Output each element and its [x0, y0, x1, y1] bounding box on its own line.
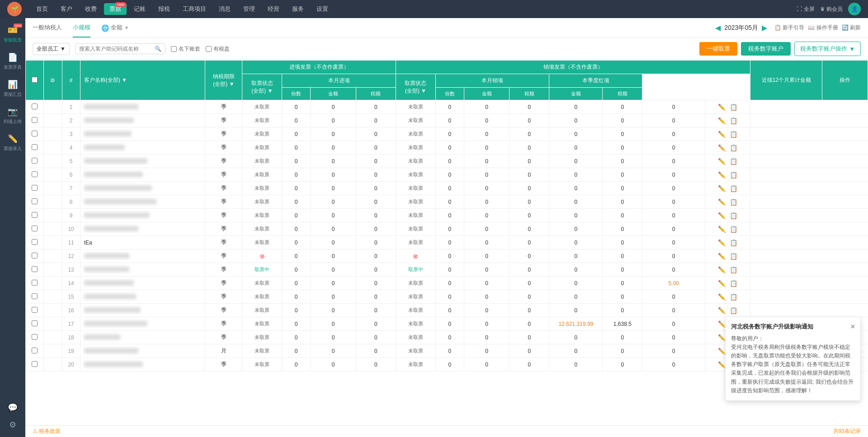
nav-invoice[interactable]: 票据new — [104, 3, 127, 15]
row-checkbox[interactable] — [32, 117, 38, 123]
sidebar-bottom-icon1[interactable]: 💬 — [8, 403, 18, 413]
row-edit-btn[interactable]: ✏️ — [717, 171, 727, 179]
row-copy-btn[interactable]: 📋 — [728, 212, 739, 219]
one-click-ticket-btn[interactable]: 一键取票 — [699, 42, 737, 56]
user-avatar[interactable]: 👤 — [848, 3, 861, 15]
th-period[interactable]: 纳税期限(全部) ▼ — [205, 61, 242, 100]
vip-btn[interactable]: ♛ 购会员 — [820, 5, 843, 13]
row-copy-btn[interactable]: 📋 — [728, 117, 739, 124]
nav-manage[interactable]: 管理 — [238, 3, 260, 15]
tab-omnibus[interactable]: 全能 — [111, 23, 123, 33]
row-checkbox[interactable] — [32, 266, 38, 272]
row-edit-btn[interactable]: ✏️ — [717, 307, 727, 314]
nav-accounting[interactable]: 记账 — [128, 3, 151, 15]
row-edit-btn[interactable]: ✏️ — [717, 198, 727, 206]
row-checkbox[interactable] — [32, 280, 38, 286]
nav-message[interactable]: 消息 — [213, 3, 236, 15]
guide-btn[interactable]: 📋 新手引导 — [774, 24, 804, 32]
nav-business[interactable]: 工商项目 — [177, 3, 212, 15]
search-input[interactable] — [79, 46, 153, 52]
nav-billing[interactable]: 收费 — [80, 3, 102, 15]
row-checkbox[interactable] — [32, 293, 38, 299]
tax-digital-ops-btn[interactable]: 税务数字账户操作 ▼ — [794, 42, 861, 56]
nav-settings[interactable]: 设置 — [311, 3, 334, 15]
row-checkbox[interactable] — [32, 334, 38, 340]
nav-tax[interactable]: 报税 — [153, 3, 175, 15]
row-edit-btn[interactable]: ✏️ — [717, 212, 727, 219]
manual-btn[interactable]: 📖 操作手册 — [808, 24, 838, 32]
row-edit-btn[interactable]: ✏️ — [717, 185, 727, 192]
sidebar-item-summary[interactable]: 📊 票据汇总 — [1, 76, 24, 101]
row-copy-btn[interactable]: 📋 — [728, 131, 739, 138]
row-checkbox[interactable] — [32, 348, 38, 353]
chevron-down-icon[interactable]: ▼ — [124, 25, 129, 30]
sidebar-item-issue[interactable]: 📄 发票开具 — [1, 49, 24, 74]
notification-close-btn[interactable]: × — [851, 323, 855, 331]
row-checkbox[interactable] — [32, 361, 38, 367]
row-checkbox[interactable] — [32, 212, 38, 218]
row-copy-btn[interactable]: 📋 — [728, 307, 739, 314]
row-copy-btn[interactable]: 📋 — [728, 239, 739, 246]
row-checkbox[interactable] — [32, 253, 38, 258]
nav-home[interactable]: 首页 — [31, 3, 53, 15]
checkbox-has-taxpad-input[interactable] — [206, 46, 212, 52]
row-edit-btn[interactable]: ✏️ — [717, 293, 727, 301]
nav-operation[interactable]: 经营 — [262, 3, 285, 15]
row-copy-btn[interactable]: 📋 — [728, 103, 739, 111]
row-edit-btn[interactable]: ✏️ — [717, 266, 727, 273]
checkbox-my-accounts[interactable]: 名下账套 — [171, 45, 200, 53]
nav-customer[interactable]: 客户 — [55, 3, 78, 15]
row-checkbox[interactable] — [32, 198, 38, 204]
row-edit-btn[interactable]: ✏️ — [717, 131, 727, 138]
row-checkbox[interactable] — [32, 158, 38, 164]
select-all-checkbox[interactable] — [32, 77, 38, 83]
th-sales-status[interactable]: 取票状态(全部) ▼ — [396, 74, 435, 100]
tab-small-scale[interactable]: 小规模 — [73, 18, 90, 38]
refresh-btn[interactable]: 🔄 刷新 — [842, 24, 861, 32]
row-checkbox[interactable] — [32, 103, 38, 109]
tax-digital-account-btn[interactable]: 税务数字账户 — [741, 42, 791, 56]
row-copy-btn[interactable]: 📋 — [728, 293, 739, 301]
employee-select[interactable]: 全部员工 ▼ — [33, 43, 70, 55]
sidebar-item-entry[interactable]: ✏️ 票据录入 — [1, 130, 24, 155]
row-checkbox[interactable] — [32, 320, 38, 326]
search-icon[interactable]: 🔍 — [155, 46, 161, 52]
checkbox-has-taxpad[interactable]: 有税盘 — [206, 45, 230, 53]
sidebar-item-scan[interactable]: 📷 扫描上传 — [1, 103, 24, 128]
row-copy-btn[interactable]: 📋 — [728, 198, 739, 206]
row-checkbox[interactable] — [32, 185, 38, 191]
row-checkbox[interactable] — [32, 226, 38, 231]
fullscreen-btn[interactable]: ⛶ 全屏 — [797, 5, 814, 13]
row-copy-btn[interactable]: 📋 — [728, 158, 739, 165]
row-copy-btn[interactable]: 📋 — [728, 185, 739, 192]
row-edit-btn[interactable]: ✏️ — [717, 226, 727, 233]
row-copy-btn[interactable]: 📋 — [728, 226, 739, 233]
row-copy-btn[interactable]: 📋 — [728, 144, 739, 151]
nav-service[interactable]: 服务 — [287, 3, 309, 15]
date-next-btn[interactable]: ▶ — [762, 23, 767, 32]
row-copy-btn[interactable]: 📋 — [728, 280, 739, 287]
checkbox-my-accounts-input[interactable] — [171, 46, 177, 52]
sidebar-bottom-icon2[interactable]: ⚙ — [9, 420, 16, 430]
row-checkbox[interactable] — [32, 131, 38, 136]
date-prev-btn[interactable]: ◀ — [715, 23, 721, 32]
row-edit-btn[interactable]: ✏️ — [717, 158, 727, 165]
tab-general-taxpayer[interactable]: 一般纳税人 — [33, 18, 62, 38]
row-edit-btn[interactable]: ✏️ — [717, 117, 727, 124]
row-checkbox[interactable] — [32, 144, 38, 150]
row-checkbox[interactable] — [32, 239, 38, 245]
row-copy-btn[interactable]: 📋 — [728, 253, 739, 260]
row-edit-btn[interactable]: ✏️ — [717, 253, 727, 260]
row-checkbox[interactable] — [32, 307, 38, 313]
th-income-status[interactable]: 取票状态(全部) ▼ — [242, 74, 282, 100]
th-client-name[interactable]: 客户名称(全部) ▼ — [80, 61, 205, 100]
row-edit-btn[interactable]: ✏️ — [717, 103, 727, 111]
row-edit-btn[interactable]: ✏️ — [717, 280, 727, 287]
row-copy-btn[interactable]: 📋 — [728, 171, 739, 179]
row-edit-btn[interactable]: ✏️ — [717, 144, 727, 151]
row-checkbox[interactable] — [32, 171, 38, 177]
row-edit-btn[interactable]: ✏️ — [717, 239, 727, 246]
tax-policy-link[interactable]: ⚠ 税务政策 — [33, 428, 61, 435]
row-copy-btn[interactable]: 📋 — [728, 266, 739, 273]
sidebar-item-smart-ticket[interactable]: 🎫 智能取票 new — [1, 22, 24, 47]
